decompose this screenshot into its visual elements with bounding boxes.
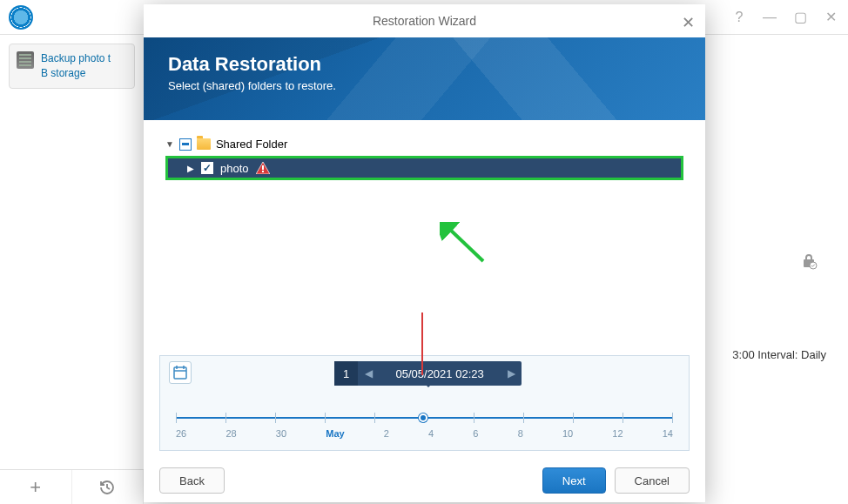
modal-header-banner: Data Restoration Select (shared) folders… [144,37,705,120]
schedule-text: 3:00 Interval: Daily [732,348,826,361]
modal-close-button[interactable]: ✕ [682,13,695,32]
timeline-track[interactable]: 26 28 30 May 2 4 6 8 10 12 14 [176,400,673,443]
help-button[interactable]: ? [730,9,748,26]
task-name-line2: B storage [41,66,111,81]
modal-footer: Back Next Cancel [144,459,705,502]
modal-heading: Data Restoration [168,53,681,76]
calendar-button[interactable] [169,361,192,384]
maximize-button[interactable]: ▢ [791,9,809,26]
root-folder-label: Shared Folder [216,138,287,151]
folder-icon [197,138,211,150]
svg-rect-4 [174,367,186,379]
restoration-wizard-modal: Restoration Wizard ✕ Data Restoration Se… [144,4,705,502]
folder-tree: ▼ Shared Folder ▶ ✓ photo [144,120,705,355]
lock-icon [800,252,818,274]
modal-subtitle: Select (shared) folders to restore. [168,79,681,92]
expand-icon[interactable]: ▶ [187,164,194,173]
timeline-cursor-line [421,312,423,375]
tree-root-row[interactable]: ▼ Shared Folder [165,138,692,151]
warning-icon [256,162,270,174]
next-button[interactable]: Next [542,467,606,494]
selected-datetime: 05/05/2021 02:23 [379,367,501,380]
child-folder-label: photo [220,162,249,175]
timeline-panel: 1 ◀ 05/05/2021 02:23 ▶ 26 28 30 May 2 4 … [159,355,690,451]
prev-version-button[interactable]: ◀ [358,361,379,386]
backup-task-card[interactable]: Backup photo t B storage [9,44,135,89]
date-selector: 1 ◀ 05/05/2021 02:23 ▶ [334,361,522,386]
close-window-button[interactable]: ✕ [822,9,839,26]
collapse-icon[interactable]: ▼ [165,139,174,149]
backup-task-icon [17,51,34,69]
modal-titlebar: Restoration Wizard ✕ [144,4,705,37]
task-name-line1: Backup photo t [41,51,111,66]
task-list-panel: Backup photo t B storage [0,35,144,470]
minimize-button[interactable]: — [761,9,778,26]
svg-rect-1 [262,165,264,170]
timeline-cursor-dot[interactable] [419,413,427,422]
child-checkbox-checked[interactable]: ✓ [201,162,213,174]
history-button[interactable] [72,470,145,504]
root-checkbox-indeterminate[interactable] [179,138,192,151]
next-version-button[interactable]: ▶ [501,361,522,386]
app-logo-icon [9,5,33,30]
svg-rect-2 [262,171,264,172]
bottom-toolbar: + [0,469,144,504]
add-task-button[interactable]: + [0,470,72,504]
back-button[interactable]: Back [159,467,225,494]
modal-title: Restoration Wizard [373,14,476,28]
tree-child-photo-row[interactable]: ▶ ✓ photo [165,156,683,180]
version-number: 1 [334,361,358,386]
track-labels: 26 28 30 May 2 4 6 8 10 12 14 [176,428,673,439]
cancel-button[interactable]: Cancel [615,467,690,494]
